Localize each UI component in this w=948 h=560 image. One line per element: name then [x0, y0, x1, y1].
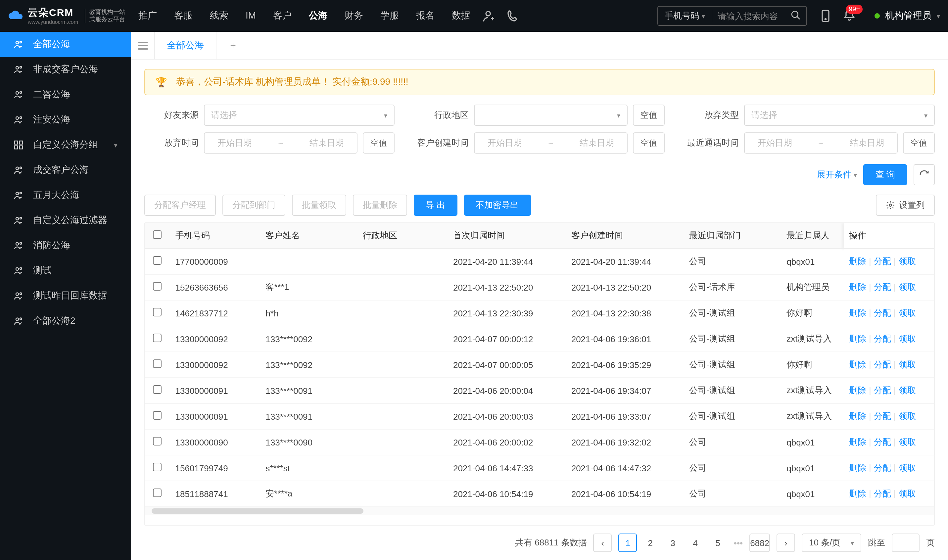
nav-item[interactable]: 客户	[273, 2, 292, 30]
page-number[interactable]: 3	[664, 534, 682, 552]
abandon-time-range[interactable]: 开始日期~结束日期	[204, 132, 357, 154]
horizontal-scrollbar[interactable]	[145, 507, 934, 515]
nav-item[interactable]: 客服	[174, 2, 192, 30]
op-delete[interactable]: 删除	[849, 411, 866, 421]
op-assign[interactable]: 分配	[874, 437, 891, 447]
op-claim[interactable]: 领取	[899, 437, 916, 447]
op-delete[interactable]: 删除	[849, 489, 866, 498]
search-input[interactable]	[713, 11, 785, 21]
create-time-range[interactable]: 开始日期~结束日期	[474, 132, 628, 154]
op-assign[interactable]: 分配	[874, 463, 891, 472]
op-delete[interactable]: 删除	[849, 308, 866, 318]
op-delete[interactable]: 删除	[849, 437, 866, 447]
nav-item[interactable]: IM	[246, 2, 256, 30]
jump-input[interactable]	[892, 534, 920, 552]
nav-item[interactable]: 线索	[210, 2, 228, 30]
op-assign[interactable]: 分配	[874, 359, 891, 369]
friend-source-select[interactable]: 请选择▾	[204, 105, 394, 126]
row-checkbox[interactable]	[153, 489, 162, 497]
op-claim[interactable]: 领取	[899, 282, 916, 292]
op-assign[interactable]: 分配	[874, 385, 891, 395]
tab-add[interactable]: ＋	[217, 39, 249, 51]
row-checkbox[interactable]	[153, 463, 162, 471]
op-delete[interactable]: 删除	[849, 282, 866, 292]
page-last[interactable]: 6882	[749, 534, 770, 552]
op-assign[interactable]: 分配	[874, 308, 891, 318]
op-delete[interactable]: 删除	[849, 359, 866, 369]
nav-item[interactable]: 数据	[452, 2, 470, 30]
sidebar-item[interactable]: 全部公海	[0, 32, 131, 57]
assign-dept-button[interactable]: 分配到部门	[222, 195, 285, 216]
sidebar-item[interactable]: 全部公海2	[0, 308, 131, 334]
op-assign[interactable]: 分配	[874, 282, 891, 292]
batch-delete-button[interactable]: 批量删除	[353, 195, 407, 216]
abandon-type-select[interactable]: 请选择▾	[744, 105, 935, 126]
abandon-time-null-button[interactable]: 空值	[363, 132, 394, 154]
create-time-null-button[interactable]: 空值	[633, 132, 665, 154]
tab-list-toggle[interactable]	[131, 32, 155, 59]
op-delete[interactable]: 删除	[849, 385, 866, 395]
sidebar-item[interactable]: 消防公海	[0, 233, 131, 258]
op-claim[interactable]: 领取	[899, 334, 916, 343]
row-checkbox[interactable]	[153, 411, 162, 420]
sidebar-item[interactable]: 成交客户公海	[0, 157, 131, 183]
op-claim[interactable]: 领取	[899, 256, 916, 266]
sidebar-item[interactable]: 五月天公海	[0, 183, 131, 208]
export-plain-button[interactable]: 不加密导出	[464, 195, 531, 216]
columns-button[interactable]: 设置列	[876, 195, 935, 216]
row-checkbox[interactable]	[153, 359, 162, 368]
nav-item[interactable]: 财务	[345, 2, 363, 30]
nav-item[interactable]: 推广	[139, 2, 157, 30]
sidebar-item[interactable]: 自定义公海过滤器	[0, 208, 131, 233]
search-button[interactable]	[785, 9, 806, 22]
assign-manager-button[interactable]: 分配客户经理	[144, 195, 216, 216]
user-menu[interactable]: 机构管理员 ▾	[874, 10, 940, 22]
page-next[interactable]: ›	[777, 534, 795, 552]
add-user-icon[interactable]	[482, 9, 496, 23]
op-claim[interactable]: 领取	[899, 463, 916, 472]
page-number[interactable]: 1	[619, 534, 637, 552]
op-claim[interactable]: 领取	[899, 411, 916, 421]
row-checkbox[interactable]	[153, 256, 162, 265]
op-claim[interactable]: 领取	[899, 359, 916, 369]
nav-item[interactable]: 报名	[416, 2, 435, 30]
page-size-select[interactable]: 10 条/页▾	[802, 534, 861, 552]
sidebar-item[interactable]: 测试昨日回库数据	[0, 283, 131, 308]
sidebar-item[interactable]: 自定义公海分组▾	[0, 132, 131, 157]
op-delete[interactable]: 删除	[849, 334, 866, 343]
row-checkbox[interactable]	[153, 308, 162, 316]
page-prev[interactable]: ‹	[594, 534, 612, 552]
nav-item[interactable]: 公海	[309, 2, 327, 30]
last-call-null-button[interactable]: 空值	[903, 132, 935, 154]
logo[interactable]: 云朵CRM www.yunduocrm.com 教育机构一站式服务云平台	[8, 7, 125, 25]
phone-icon[interactable]	[506, 9, 519, 23]
admin-area-select[interactable]: ▾	[474, 105, 628, 126]
export-button[interactable]: 导 出	[414, 195, 457, 216]
page-number[interactable]: 4	[686, 534, 705, 552]
mobile-icon[interactable]	[819, 9, 832, 23]
sidebar-item[interactable]: 非成交客户公海	[0, 57, 131, 82]
op-assign[interactable]: 分配	[874, 489, 891, 498]
last-call-range[interactable]: 开始日期~结束日期	[744, 132, 898, 154]
op-delete[interactable]: 删除	[849, 256, 866, 266]
op-claim[interactable]: 领取	[899, 489, 916, 498]
op-assign[interactable]: 分配	[874, 256, 891, 266]
tab-all-public[interactable]: 全部公海	[155, 32, 217, 59]
op-assign[interactable]: 分配	[874, 411, 891, 421]
admin-area-null-button[interactable]: 空值	[633, 105, 665, 126]
page-number[interactable]: 5	[709, 534, 727, 552]
expand-filters-link[interactable]: 展开条件 ▾	[817, 169, 857, 181]
search-type-select[interactable]: 手机号码▾	[658, 10, 713, 22]
sidebar-item[interactable]: 测试	[0, 258, 131, 283]
row-checkbox[interactable]	[153, 385, 162, 394]
op-claim[interactable]: 领取	[899, 308, 916, 318]
op-assign[interactable]: 分配	[874, 334, 891, 343]
row-checkbox[interactable]	[153, 282, 162, 291]
row-checkbox[interactable]	[153, 437, 162, 446]
query-button[interactable]: 查 询	[863, 164, 907, 185]
refresh-button[interactable]	[914, 164, 935, 185]
op-delete[interactable]: 删除	[849, 463, 866, 472]
nav-item[interactable]: 学服	[380, 2, 399, 30]
notifications[interactable]: 99+	[843, 8, 856, 23]
sidebar-item[interactable]: 注安公海	[0, 107, 131, 132]
